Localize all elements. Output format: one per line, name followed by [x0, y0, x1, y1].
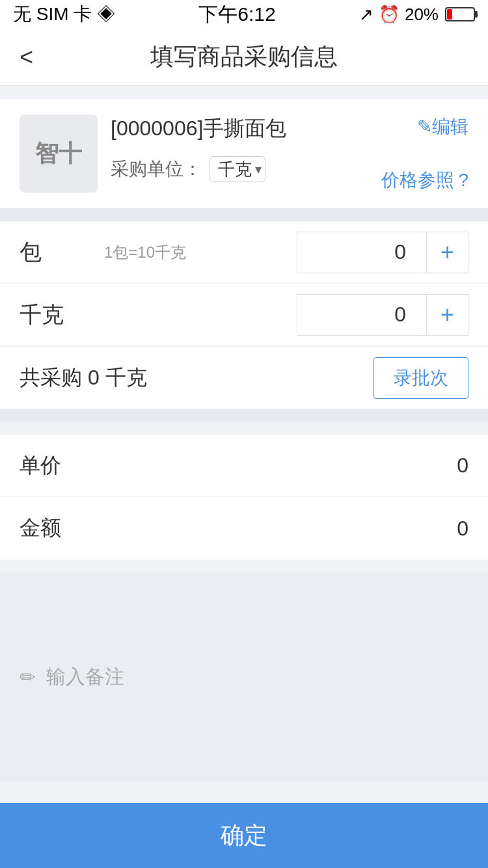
edit-link[interactable]: ✎编辑 — [417, 115, 468, 139]
qty-label-kg: 千克 — [20, 300, 98, 330]
qty-input-wrapper-kg: + — [297, 294, 468, 336]
product-logo: 智十 — [35, 142, 82, 165]
price-amount-label: 金额 — [20, 514, 61, 543]
qty-row-pack: 包 1包=10千克 + — [0, 221, 488, 284]
price-unit-value: 0 — [457, 454, 468, 478]
total-label: 共采购 0 千克 — [20, 364, 147, 392]
status-right: ↗ ⏰ 20% — [359, 5, 475, 25]
status-left: 无 SIM 卡 ◈ — [13, 2, 115, 27]
qty-plus-pack[interactable]: + — [427, 232, 468, 273]
navigation-icon: ↗ — [359, 5, 373, 25]
confirm-bar[interactable]: 确定 — [0, 803, 488, 868]
price-row-unit: 单价 0 — [0, 435, 488, 497]
qty-plus-kg[interactable]: + — [427, 294, 468, 336]
note-placeholder: 输入备注 — [46, 664, 124, 690]
total-row: 共采购 0 千克 录批次 — [0, 346, 488, 409]
unit-select-wrapper[interactable]: 千克 包 — [210, 156, 265, 182]
qty-input-kg[interactable] — [297, 294, 427, 336]
qty-sublabel-pack: 1包=10千克 — [104, 242, 186, 263]
pencil-icon: ✏ — [20, 666, 36, 688]
nav-bar: < 填写商品采购信息 — [0, 29, 488, 86]
help-icon: ? — [458, 170, 468, 191]
qty-row-kg: 千克 + — [0, 284, 488, 346]
note-section[interactable]: ✏ 输入备注 — [0, 573, 488, 781]
quantity-section: 包 1包=10千克 + 千克 + — [0, 221, 488, 346]
qty-input-pack[interactable] — [297, 232, 427, 273]
qty-input-wrapper-pack: + — [297, 232, 468, 273]
status-bar: 无 SIM 卡 ◈ 下午6:12 ↗ ⏰ 20% — [0, 0, 488, 29]
qty-label-pack: 包 — [20, 237, 98, 267]
price-amount-value: 0 — [457, 517, 468, 541]
status-time: 下午6:12 — [198, 1, 275, 28]
battery-icon — [445, 7, 475, 21]
product-card: 智十 [0000006]手撕面包 采购单位： 千克 包 ✎编辑 价格参照 ? — [0, 99, 488, 208]
alarm-icon: ⏰ — [379, 5, 400, 25]
unit-select[interactable]: 千克 包 — [210, 156, 265, 182]
batch-button[interactable]: 录批次 — [373, 357, 468, 399]
back-button[interactable]: < — [20, 44, 33, 71]
battery-percent: 20% — [405, 5, 439, 25]
page-title: 填写商品采购信息 — [150, 41, 338, 73]
product-name: [0000006]手撕面包 — [111, 115, 468, 143]
section-divider-2 — [0, 409, 488, 422]
price-unit-label: 单价 — [20, 452, 61, 480]
price-ref-button[interactable]: 价格参照 ? — [381, 168, 468, 193]
product-image: 智十 — [20, 115, 98, 193]
section-divider-1 — [0, 208, 488, 221]
unit-label: 采购单位： — [111, 157, 202, 182]
price-ref-label: 价格参照 — [381, 168, 454, 193]
sim-label: 无 SIM 卡 ◈ — [13, 2, 115, 27]
price-section: 单价 0 金额 0 — [0, 435, 488, 560]
price-row-amount: 金额 0 — [0, 497, 488, 560]
confirm-label: 确定 — [221, 820, 267, 852]
